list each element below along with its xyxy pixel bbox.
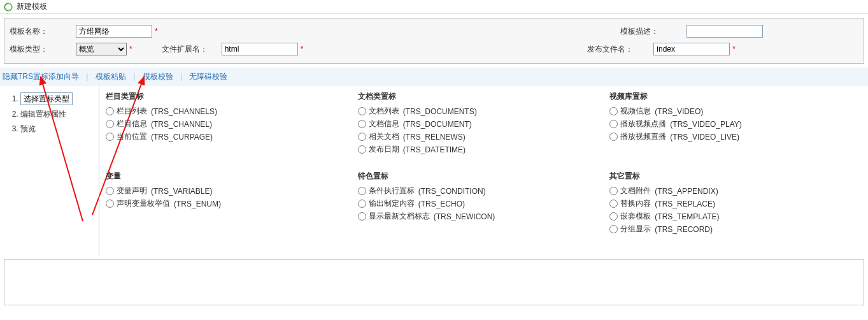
radio-trs-enum[interactable] [106,200,114,208]
opt-trs-documents[interactable]: 文档列表 (TRS_DOCUMENTS) [358,106,597,117]
opt-code: (TRS_ENUM) [174,200,221,208]
group-document-title: 文档类置标 [358,91,597,102]
opt-trs-document[interactable]: 文档信息 (TRS_DOCUMENT) [358,119,597,129]
group-channel-title: 栏目类置标 [106,91,345,102]
opt-trs-relnews[interactable]: 相关文档 (TRS_RELNEWS) [358,131,597,142]
link-validate-template[interactable]: 模板校验 [143,72,173,81]
opt-trs-echo[interactable]: 输出制定内容 (TRS_ECHO) [358,198,597,209]
radio-trs-document[interactable] [358,120,366,128]
opt-code: (TRS_CONDITION) [418,187,486,196]
opt-label: 当前位置 [117,131,147,142]
opt-code: (TRS_DATETIME) [403,145,466,154]
group-document: 文档类置标 文档列表 (TRS_DOCUMENTS) 文档信息 (TRS_DOC… [358,89,610,157]
opt-code: (TRS_APPENDIX) [655,187,718,196]
radio-trs-appendix[interactable] [609,187,618,195]
template-desc-input[interactable] [687,25,763,38]
opt-code: (TRS_VIDEO_PLAY) [670,120,741,129]
opt-trs-newicon[interactable]: 显示最新文档标志 (TRS_NEWICON) [358,211,597,222]
required-mark: * [155,27,158,36]
opt-trs-channel[interactable]: 栏目信息 (TRS_CHANNEL) [106,119,345,129]
opt-label: 显示最新文档标志 [369,211,430,222]
group-other-title: 其它置标 [609,171,849,182]
opt-label: 栏目信息 [117,119,147,129]
opt-trs-video-live[interactable]: 播放视频直播 (TRS_VIDEO_LIVE) [609,131,849,142]
opt-code: (TRS_NEWICON) [434,212,495,221]
group-special-title: 特色置标 [358,171,597,182]
required-mark: * [301,45,304,54]
opt-trs-video-play[interactable]: 播放视频点播 (TRS_VIDEO_PLAY) [609,119,849,129]
radio-trs-variable[interactable] [106,187,114,195]
opt-label: 替换内容 [620,198,651,209]
radio-trs-video-live[interactable] [609,133,618,141]
radio-trs-channels[interactable] [106,107,114,115]
opt-trs-channels[interactable]: 栏目列表 (TRS_CHANNELS) [106,106,345,117]
opt-code: (TRS_VARIABLE) [151,187,212,196]
radio-trs-video-play[interactable] [609,120,618,128]
opt-label: 播放视频点播 [620,119,666,129]
opt-label: 栏目列表 [117,106,147,117]
template-name-input[interactable] [76,25,152,38]
step-type-input[interactable] [20,92,73,105]
link-separator: | [133,72,135,81]
opt-trs-datetime[interactable]: 发布日期 (TRS_DATETIME) [358,144,597,155]
group-variable: 变量 变量声明 (TRS_VARIABLE) 声明变量枚举值 (TRS_ENUM… [106,168,358,236]
steps-panel: 编辑置标属性 预览 [0,86,99,256]
group-variable-title: 变量 [106,171,345,182]
editor-area[interactable] [4,259,864,305]
opt-code: (TRS_VIDEO_LIVE) [670,133,739,142]
opt-code: (TRS_ECHO) [418,200,465,208]
step-2: 编辑置标属性 [20,109,95,120]
opt-label: 视频信息 [620,106,651,117]
radio-trs-curpage[interactable] [106,133,114,141]
radio-trs-replace[interactable] [609,200,618,208]
radio-trs-datetime[interactable] [358,145,366,154]
file-ext-input[interactable] [222,43,298,55]
opt-trs-enum[interactable]: 声明变量枚举值 (TRS_ENUM) [106,198,345,209]
radio-trs-relnews[interactable] [358,133,366,141]
radio-trs-record[interactable] [609,225,618,233]
radio-trs-echo[interactable] [358,200,366,208]
group-video-title: 视频库置标 [609,91,849,102]
template-type-select[interactable]: 概览 [76,43,127,55]
group-channel: 栏目类置标 栏目列表 (TRS_CHANNELS) 栏目信息 (TRS_CHAN… [106,89,358,157]
required-mark: * [732,45,736,54]
radio-trs-newicon[interactable] [358,212,366,221]
opt-label: 相关文档 [369,131,399,142]
opt-label: 条件执行置标 [369,185,415,196]
opt-label: 文档列表 [369,106,399,117]
opt-code: (TRS_TEMPLATE) [655,212,719,221]
template-type-label: 模板类型： [6,44,76,55]
opt-trs-condition[interactable]: 条件执行置标 (TRS_CONDITION) [358,185,597,196]
template-name-label: 模板名称： [6,26,76,37]
group-special: 特色置标 条件执行置标 (TRS_CONDITION) 输出制定内容 (TRS_… [358,168,610,236]
opt-trs-appendix[interactable]: 文档附件 (TRS_APPENDIX) [609,185,849,196]
action-linkbar: 隐藏TRS置标添加向导 | 模板粘贴 | 模板校验 | 无障碍校验 [0,68,868,86]
tag-options-panel: 栏目类置标 栏目列表 (TRS_CHANNELS) 栏目信息 (TRS_CHAN… [99,86,868,256]
title-bar: 新建模板 [0,0,868,14]
file-ext-label: 文件扩展名： [158,44,222,55]
opt-trs-variable[interactable]: 变量声明 (TRS_VARIABLE) [106,185,345,196]
link-paste-template[interactable]: 模板粘贴 [96,72,126,81]
radio-trs-documents[interactable] [358,107,366,115]
radio-trs-condition[interactable] [358,187,366,195]
window-title: 新建模板 [17,1,47,12]
opt-trs-template[interactable]: 嵌套模板 (TRS_TEMPLATE) [609,211,849,222]
radio-trs-channel[interactable] [106,120,114,128]
step-2-label: 编辑置标属性 [20,110,66,119]
publish-file-label: 发布文件名： [583,44,653,55]
publish-file-input[interactable] [653,43,730,55]
opt-trs-replace[interactable]: 替换内容 (TRS_REPLACE) [609,198,849,209]
link-hide-wizard[interactable]: 隐藏TRS置标添加向导 [3,72,79,81]
opt-trs-record[interactable]: 分组显示 (TRS_RECORD) [609,224,849,235]
opt-code: (TRS_CHANNELS) [151,107,217,116]
opt-trs-video[interactable]: 视频信息 (TRS_VIDEO) [609,106,849,117]
opt-code: (TRS_VIDEO) [655,107,703,116]
link-accessibility-check[interactable]: 无障碍校验 [189,72,227,81]
radio-trs-template[interactable] [609,212,618,221]
opt-trs-curpage[interactable]: 当前位置 (TRS_CURPAGE) [106,131,345,142]
opt-code: (TRS_RELNEWS) [403,133,466,142]
radio-trs-video[interactable] [609,107,618,115]
step-3: 预览 [20,124,95,135]
template-desc-label: 模板描述： [616,26,687,37]
group-other: 其它置标 文档附件 (TRS_APPENDIX) 替换内容 (TRS_REPLA… [609,168,862,236]
